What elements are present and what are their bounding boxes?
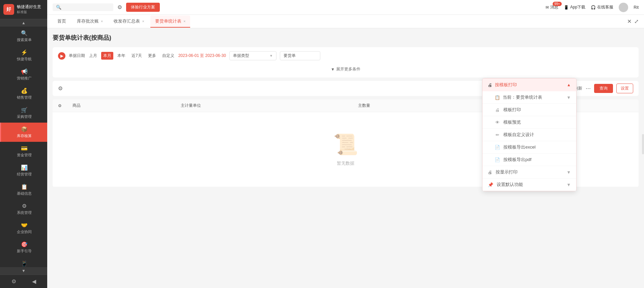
expand-more-button[interactable]: ▼ 展开更多条件 [327, 65, 364, 73]
dropdown-template-custom[interactable]: ✏ 模板自定义设计 [482, 129, 576, 141]
app-download-button[interactable]: 📱 App下载 [564, 4, 585, 10]
dropdown-template-print[interactable]: 🖨 模板打印 [482, 104, 576, 116]
finance-icon: 💳 [21, 145, 28, 152]
topbar-search-input[interactable] [61, 5, 102, 10]
dropdown-template-preview[interactable]: 👁 模板预览 [482, 116, 576, 129]
sidebar-item-basics[interactable]: 📋 基础信息 [0, 180, 47, 199]
set-default-label: 设置默认功能 [497, 182, 523, 188]
template-excel-label: 按模板导出excel [503, 144, 535, 150]
sidebar-scroll-down[interactable]: ▼ [0, 267, 47, 275]
tab-order-stats-label: 要货单统计表 [155, 18, 181, 24]
date-btn-more[interactable]: 更多 [146, 52, 158, 60]
dropdown-template-excel[interactable]: 📄 按模板导出excel [482, 141, 576, 154]
sidebar-item-operations[interactable]: 📊 经营管理 [0, 161, 47, 180]
sidebar-item-purchase[interactable]: 🛒 采购管理 [0, 103, 47, 123]
user-avatar[interactable] [619, 3, 628, 12]
dropdown-display-print[interactable]: 🖨 按显示打印 ▼ [482, 166, 576, 179]
dropdown-header[interactable]: 🖨 按模板打印 ▲ [482, 78, 576, 91]
tab-collection-summary[interactable]: 收发存汇总表 × [109, 15, 149, 28]
topbar-search[interactable]: 🔍 [53, 3, 113, 11]
query-button[interactable]: 查询 [594, 84, 613, 93]
service-label: 在线客服 [597, 4, 613, 10]
tab-order-stats[interactable]: 要货单统计表 × [150, 15, 190, 28]
dropdown-set-default[interactable]: 📌 设置默认功能 ▼ [482, 179, 576, 191]
sidebar-item-label: 库存核算 [17, 133, 32, 138]
main-content: 🔍 ⚙ 体验行业方案 ✉ 消息 99+ 📱 App下载 🎧 在线客服 Rit [47, 0, 644, 288]
tab-maximize[interactable]: ⤢ [634, 18, 639, 25]
require-goods-input[interactable]: 要货单 [280, 51, 320, 60]
settings-button[interactable]: 设置 [616, 84, 633, 93]
doc-type-select[interactable]: 单据类型 ▼ [229, 51, 276, 60]
date-btn-7days[interactable]: 近7天 [129, 52, 144, 60]
filter-bar: ▶ 单据日期 上月 本月 本年 近7天 更多 自定义 2023-06-01 至 … [53, 47, 639, 77]
sidebar-item-label: 搜索菜单 [17, 37, 32, 42]
display-print-label: 按显示打印 [496, 169, 518, 175]
sidebar-item-search[interactable]: 🔍 搜索菜单 [0, 27, 47, 46]
date-range-label: 2023-06-01 至 2023-06-30 [178, 53, 226, 59]
expand-more-label: 展开更多条件 [336, 66, 360, 72]
dropdown-collapse-icon: ▲ [567, 83, 571, 87]
page-content: 要货单统计表(按商品) ▶ 单据日期 上月 本月 本年 近7天 更多 自定义 2… [47, 28, 644, 288]
collapse-icon[interactable]: ◀ [32, 278, 36, 285]
sidebar-item-label: 资金管理 [17, 153, 32, 158]
tab-inventory-batch[interactable]: 库存批次账 × [72, 15, 108, 28]
date-btn-last-month[interactable]: 上月 [87, 52, 99, 60]
sidebar-scroll-up[interactable]: ▲ [0, 19, 47, 27]
dropdown-template-pdf[interactable]: 📄 按模板导出pdf [482, 154, 576, 166]
tab-order-stats-close[interactable]: × [183, 19, 185, 23]
template-custom-label: 模板自定义设计 [503, 132, 534, 138]
sidebar-item-label: 企业协同 [17, 229, 32, 234]
sidebar-item-collab[interactable]: 🤝 企业协同 [0, 219, 47, 238]
sidebar-item-label: 经营管理 [17, 172, 32, 177]
sidebar-item-label: 基础信息 [17, 191, 32, 196]
template-print-icon: 🖨 [495, 107, 500, 113]
template-excel-icon: 📄 [495, 145, 500, 150]
message-icon: ✉ [546, 5, 549, 10]
sidebar-item-system[interactable]: ⚙ 系统管理 [0, 199, 47, 219]
settings-icon[interactable]: ⚙ [11, 278, 16, 285]
template-preview-icon: 👁 [495, 120, 500, 125]
sidebar-item-label: 新手引导 [17, 249, 32, 254]
template-print-label: 模板打印 [503, 107, 521, 113]
th-quantity: 主数量 [353, 99, 484, 112]
sidebar-nav: 🔍 搜索菜单 ⚡ 快捷导航 📢 营销推广 💰 销售管理 🛒 采购管理 📦 库存核… [0, 27, 47, 267]
tab-home[interactable]: 首页 [53, 15, 71, 28]
trial-button[interactable]: 体验行业方案 [126, 3, 160, 12]
sidebar-item-apps[interactable]: 📱 应用中心 [0, 257, 47, 267]
collab-icon: 🤝 [21, 222, 28, 228]
date-btn-this-month[interactable]: 本月 [101, 52, 113, 60]
toolbar-more-icon[interactable]: ··· [586, 85, 591, 92]
template-preview-label: 模板预览 [503, 119, 521, 125]
filter-expand-icon[interactable]: ▶ [58, 52, 65, 60]
expand-more-icon: ▼ [331, 67, 335, 72]
tabbar: 首页 库存批次账 × 收发存汇总表 × 要货单统计表 × ✕ ⤢ [47, 15, 644, 28]
inventory-icon: 📦 [21, 126, 28, 132]
current-template-icon: 📋 [495, 95, 500, 100]
sidebar-item-label: 快捷导航 [17, 57, 32, 62]
sidebar-item-beginner[interactable]: 🎯 新手引导 [0, 238, 47, 257]
sidebar-item-marketing[interactable]: 📢 营销推广 [0, 65, 47, 84]
tab-collection-summary-close[interactable]: × [142, 19, 144, 23]
tab-inventory-batch-close[interactable]: × [101, 19, 103, 23]
table-settings-icon[interactable]: ⚙ [58, 85, 63, 92]
online-service-button[interactable]: 🎧 在线客服 [591, 4, 613, 10]
messages-button[interactable]: ✉ 消息 99+ [546, 4, 558, 10]
sidebar-item-inventory[interactable]: 📦 库存核算 [0, 123, 47, 142]
operations-icon: 📊 [21, 164, 28, 171]
tab-inventory-batch-label: 库存批次账 [77, 18, 99, 24]
date-btn-custom[interactable]: 自定义 [160, 52, 176, 60]
doc-type-arrow-icon: ▼ [269, 54, 273, 58]
sidebar-item-sales[interactable]: 💰 销售管理 [0, 84, 47, 103]
service-icon: 🎧 [591, 5, 596, 10]
date-btn-this-year[interactable]: 本年 [115, 52, 127, 60]
sidebar: 好 畅捷通好生意 标准版 ▲ 🔍 搜索菜单 ⚡ 快捷导航 📢 营销推广 💰 销售… [0, 0, 47, 288]
topbar-gear-icon[interactable]: ⚙ [117, 4, 122, 10]
dropdown-print-icon: 🖨 [488, 83, 492, 88]
sidebar-item-quick-nav[interactable]: ⚡ 快捷导航 [0, 46, 47, 65]
display-print-arrow: ▼ [566, 170, 571, 175]
tab-close-all[interactable]: ✕ [627, 18, 632, 25]
dropdown-current-item[interactable]: 📋 当前：要货单统计表 ▼ [482, 91, 576, 103]
sidebar-item-finance[interactable]: 💳 资金管理 [0, 142, 47, 161]
sidebar-bottom: ⚙ ◀ [0, 275, 47, 288]
empty-text: 暂无数据 [337, 160, 354, 166]
